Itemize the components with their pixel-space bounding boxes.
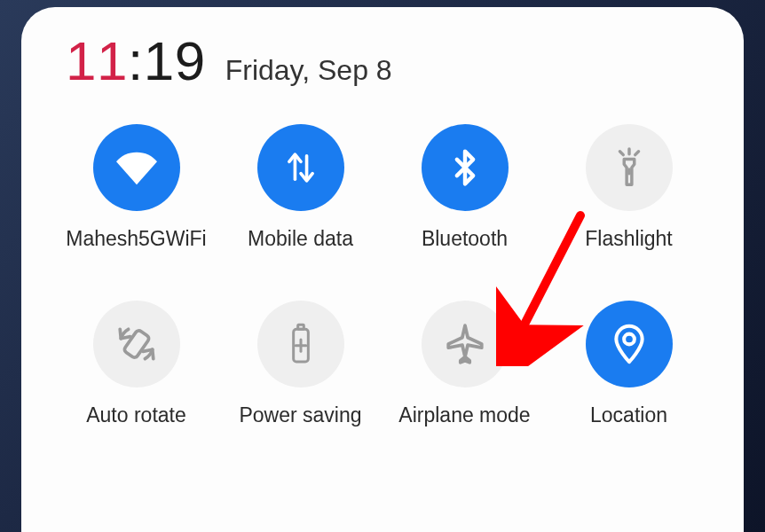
tile-label-mobile-data: Mobile data <box>248 227 353 251</box>
status-header: 11:19 Friday, Sep 8 <box>59 34 706 89</box>
date-label: Friday, Sep 8 <box>225 54 392 87</box>
tile-location[interactable]: Location <box>551 301 706 427</box>
tile-bluetooth[interactable]: Bluetooth <box>387 124 542 251</box>
auto-rotate-icon <box>93 301 180 387</box>
tile-wifi[interactable]: Mahesh5GWiFi <box>59 124 214 251</box>
airplane-icon <box>422 301 509 387</box>
tile-power-saving[interactable]: Power saving <box>223 301 378 427</box>
clock-separator: : <box>128 30 144 91</box>
tile-label-airplane-mode: Airplane mode <box>398 403 530 427</box>
bluetooth-icon <box>422 124 509 211</box>
svg-rect-4 <box>122 329 149 358</box>
tile-label-wifi: Mahesh5GWiFi <box>66 227 206 251</box>
svg-point-9 <box>624 334 635 345</box>
tile-label-flashlight: Flashlight <box>585 227 672 251</box>
svg-line-2 <box>619 152 623 155</box>
clock: 11:19 <box>66 34 206 89</box>
wifi-icon <box>93 124 180 211</box>
svg-rect-6 <box>297 325 304 329</box>
svg-line-3 <box>635 152 638 155</box>
tile-auto-rotate[interactable]: Auto rotate <box>59 301 214 427</box>
mobile-data-icon <box>257 124 344 211</box>
tile-label-auto-rotate: Auto rotate <box>86 403 186 427</box>
clock-minute: 19 <box>144 30 206 91</box>
clock-hour: 11 <box>66 30 128 91</box>
tile-label-power-saving: Power saving <box>239 403 361 427</box>
tile-mobile-data[interactable]: Mobile data <box>223 124 378 251</box>
tile-flashlight[interactable]: Flashlight <box>551 124 706 251</box>
power-saving-icon <box>257 301 344 387</box>
quick-settings-grid: Mahesh5GWiFi Mobile data Bluetooth <box>59 124 706 427</box>
tile-airplane-mode[interactable]: Airplane mode <box>387 301 542 427</box>
location-icon <box>586 301 673 387</box>
flashlight-icon <box>586 124 673 211</box>
tile-label-bluetooth: Bluetooth <box>422 227 508 251</box>
quick-settings-panel: 11:19 Friday, Sep 8 Mahesh5GWiFi Mobile … <box>21 7 744 532</box>
tile-label-location: Location <box>590 403 667 427</box>
